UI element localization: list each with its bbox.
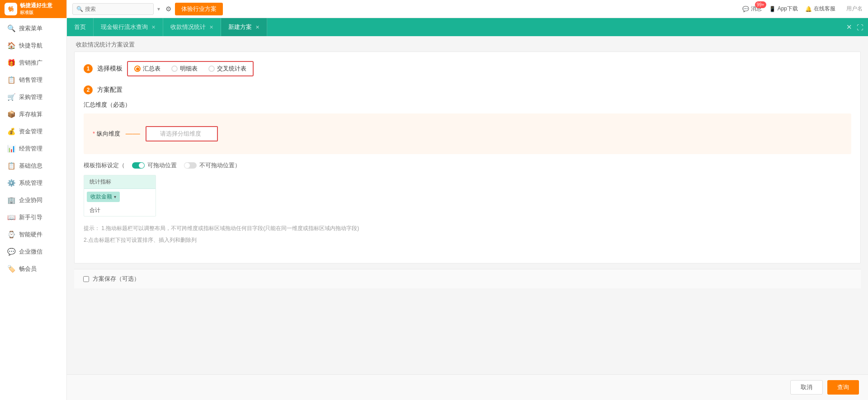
search-box: 🔍 <box>72 3 154 15</box>
dimension-config: 汇总维度（必选） * 纵向维度 —— 请选择分组维度 <box>84 101 851 245</box>
cancel-button[interactable]: 取消 <box>790 380 823 395</box>
sidebar-item-label: 经营管理 <box>19 145 42 153</box>
enterprise-icon: 🏢 <box>7 196 15 204</box>
indicator-table: 统计指标 收款金额 ▾ 合计 <box>84 175 156 216</box>
logo: 畅 畅捷通好生意 标准版 <box>0 0 66 18</box>
sidebar-item-label: 资金管理 <box>19 127 42 136</box>
toggle-draggable-dot <box>132 162 145 169</box>
step2-label: 方案配置 <box>97 86 123 94</box>
toggle-not-draggable[interactable]: 不可拖动位置） <box>184 161 241 169</box>
tab-maximize-icon[interactable]: ⛶ <box>857 24 863 31</box>
indicator-settings: 模板指标设定（ 可拖动位置 不可拖动位置） 统计指标 <box>84 161 851 216</box>
tab-collection-stats-label: 收款情况统计 <box>170 23 206 31</box>
tab-bank-flow-label: 现金银行流水查询 <box>101 23 148 31</box>
tab-home-label: 首页 <box>74 23 86 31</box>
sales-icon: 📋 <box>7 76 15 84</box>
step2-section: 2 方案配置 汇总维度（必选） * 纵向维度 —— 请选择分组维度 <box>84 85 851 245</box>
indicator-tag-collection[interactable]: 收款金额 ▾ <box>87 192 120 202</box>
step1-section: 1 选择模板 汇总表 明细表 交叉统计表 <box>84 61 851 76</box>
system-icon: ⚙️ <box>7 179 15 187</box>
radio-crosstab[interactable]: 交叉统计表 <box>208 65 246 73</box>
beginner-icon: 📖 <box>7 213 15 221</box>
sidebar: 畅 畅捷通好生意 标准版 🔍 搜索菜单 🏠 快捷导航 🎁 营销推广 📋 销售管理… <box>0 0 67 400</box>
toggle-not-draggable-label: 不可拖动位置） <box>199 161 241 169</box>
tab-close-all-icon[interactable]: ✕ <box>846 23 852 31</box>
logo-sub: 标准版 <box>20 9 52 16</box>
sidebar-item-wechat[interactable]: 💬 企业微信 <box>0 243 66 260</box>
toggle-not-draggable-dot <box>184 162 197 169</box>
sidebar-item-operation[interactable]: 📊 经营管理 <box>0 140 66 157</box>
step2-num: 2 <box>84 85 93 94</box>
vertical-dim-row: * 纵向维度 —— 请选择分组维度 <box>93 126 218 141</box>
sidebar-item-system[interactable]: ⚙️ 系统管理 <box>0 174 66 192</box>
app-icon: 📱 <box>769 6 776 12</box>
tabbar: 首页 现金银行流水查询 ✕ 收款情况统计 ✕ 新建方案 ✕ ✕ ⛶ <box>67 18 868 36</box>
topbar-right: 💬 消息 99+ 📱 App下载 🔔 在线客服 用户名 <box>742 5 863 13</box>
online-support-button[interactable]: 🔔 在线客服 <box>805 5 835 13</box>
indicator-chevron-icon: ▾ <box>114 194 116 199</box>
app-download-button[interactable]: 📱 App下载 <box>769 5 798 13</box>
radio-detail[interactable]: 明细表 <box>171 65 198 73</box>
indicator-tag-label: 收款金额 <box>90 193 112 201</box>
sidebar-item-label: 智能硬件 <box>19 231 42 239</box>
sidebar-item-enterprise[interactable]: 🏢 企业协同 <box>0 192 66 209</box>
sidebar-item-quick-nav[interactable]: 🏠 快捷导航 <box>0 37 66 54</box>
save-section: 方案保存（可选） <box>74 269 861 288</box>
sidebar-item-finance[interactable]: 💰 资金管理 <box>0 123 66 140</box>
sidebar-item-beginner[interactable]: 📖 新手引导 <box>0 209 66 226</box>
cta-button[interactable]: 体验行业方案 <box>175 3 223 15</box>
topbar-gear-icon[interactable]: ⚙ <box>165 5 171 13</box>
sidebar-item-search-menu[interactable]: 🔍 搜索菜单 <box>0 20 66 37</box>
sidebar-item-label: 企业协同 <box>19 196 42 204</box>
basic-icon: 📋 <box>7 162 15 170</box>
bottom-bar: 取消 查询 <box>67 374 868 400</box>
indicator-subtotal-row: 合计 <box>84 205 156 216</box>
dim-arrow-icon: —— <box>126 130 140 138</box>
sidebar-item-inventory[interactable]: 📦 库存核算 <box>0 106 66 123</box>
step1-label: 选择模板 <box>97 65 123 73</box>
tips-line1: 提示： 1.拖动标题栏可以调整布局，不可跨维度或指标区域拖动任何目字段(只能在同… <box>84 224 851 234</box>
save-checkbox[interactable] <box>83 276 89 282</box>
tab-collection-stats-close-icon[interactable]: ✕ <box>209 24 213 30</box>
sidebar-item-member[interactable]: 🏷️ 畅会员 <box>0 260 66 278</box>
sidebar-nav: 🔍 搜索菜单 🏠 快捷导航 🎁 营销推广 📋 销售管理 🛒 采购管理 📦 库存核… <box>0 18 66 400</box>
sidebar-item-marketing[interactable]: 🎁 营销推广 <box>0 54 66 71</box>
sidebar-item-smart-hw[interactable]: ⌚ 智能硬件 <box>0 226 66 243</box>
tab-collection-stats[interactable]: 收款情况统计 ✕ <box>163 18 221 36</box>
radio-summary-label: 汇总表 <box>143 65 160 73</box>
radio-detail-circle <box>171 66 178 72</box>
user-display[interactable]: 用户名 <box>846 5 863 13</box>
tab-bank-flow[interactable]: 现金银行流水查询 ✕ <box>94 18 163 36</box>
content: 收款情况统计方案设置 1 选择模板 汇总表 明细表 <box>67 36 868 374</box>
gift-icon: 🎁 <box>7 59 15 67</box>
sidebar-item-basic[interactable]: 📋 基础信息 <box>0 157 66 174</box>
tab-bank-flow-close-icon[interactable]: ✕ <box>151 24 156 30</box>
search-input[interactable] <box>85 6 139 12</box>
required-star: * <box>93 130 95 137</box>
toggle-draggable[interactable]: 可拖动位置 <box>132 161 177 169</box>
search-icon: 🔍 <box>76 6 83 12</box>
notification-badge: 99+ <box>755 1 766 8</box>
sidebar-item-purchase[interactable]: 🛒 采购管理 <box>0 89 66 106</box>
topbar-chevron-icon[interactable]: ▾ <box>157 6 160 12</box>
sidebar-item-sales[interactable]: 📋 销售管理 <box>0 71 66 89</box>
sidebar-item-label: 系统管理 <box>19 179 42 187</box>
tab-new-plan-close-icon[interactable]: ✕ <box>255 24 259 30</box>
sidebar-item-label: 快捷导航 <box>19 42 42 50</box>
radio-summary-circle <box>134 66 141 72</box>
indicator-tag-row: 收款金额 ▾ <box>84 189 156 205</box>
radio-summary[interactable]: 汇总表 <box>134 65 160 73</box>
finance-icon: 💰 <box>7 127 15 136</box>
radio-crosstab-circle <box>208 66 215 72</box>
query-button[interactable]: 查询 <box>827 380 859 395</box>
operation-icon: 📊 <box>7 145 15 153</box>
search-menu-icon: 🔍 <box>7 24 15 33</box>
tab-new-plan[interactable]: 新建方案 ✕ <box>221 18 267 36</box>
inventory-icon: 📦 <box>7 110 15 118</box>
dim-placeholder-box[interactable]: 请选择分组维度 <box>146 126 218 141</box>
template-radio-group: 汇总表 明细表 交叉统计表 <box>127 61 254 76</box>
tips-line2: 2.点击标题栏下拉可设置排序、插入列和删除列 <box>84 235 851 245</box>
notification-button[interactable]: 💬 消息 99+ <box>742 5 762 13</box>
tab-home[interactable]: 首页 <box>67 18 94 36</box>
logo-text: 畅捷通好生意 标准版 <box>20 2 52 16</box>
